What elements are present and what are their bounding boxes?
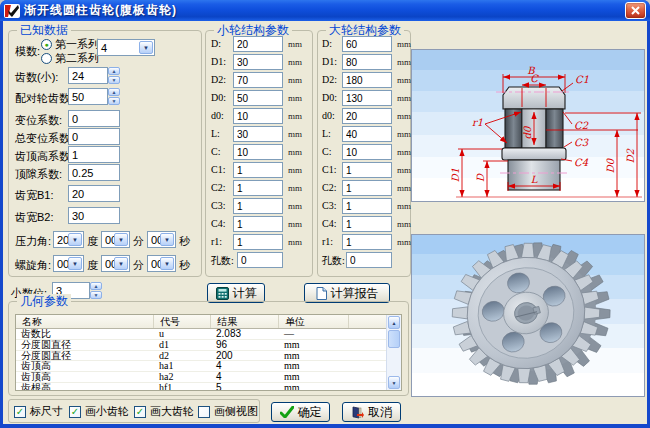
large-D1-input[interactable] [342, 54, 392, 70]
scroll-up-icon[interactable]: ▲ [388, 316, 400, 329]
field-label: 齿宽B2: [15, 210, 54, 225]
table-scrollbar[interactable]: ▲ ▼ [386, 315, 401, 390]
table-row[interactable]: 齿数比u2.083— [16, 329, 401, 340]
table-row[interactable]: 分度圆直径d2200mm [16, 351, 401, 362]
mate-teeth-input[interactable] [68, 88, 108, 105]
small-D0-input[interactable] [233, 90, 283, 106]
param-row: 孔数: [318, 252, 410, 268]
small-C3-input[interactable] [233, 198, 283, 214]
large-L-input[interactable] [342, 126, 392, 142]
small-d0-input[interactable] [233, 108, 283, 124]
calc-report-button[interactable]: 计算报告 [304, 283, 390, 303]
deg-unit: 度 [87, 258, 98, 273]
checkbox-side-view[interactable]: 画侧视图 [198, 404, 258, 419]
large-holes-input[interactable] [346, 252, 392, 268]
exit-door-icon [351, 406, 364, 419]
col-result: 结果 [211, 315, 279, 328]
spin-down-icon: ▼ [108, 76, 120, 84]
total-shift-coef-input[interactable] [68, 128, 120, 145]
teeth-count-input[interactable] [68, 67, 108, 84]
chevron-down-icon[interactable]: ▼ [139, 41, 153, 54]
param-row: L:mm [206, 126, 312, 142]
pressure-min-select[interactable]: 00▼ [101, 231, 130, 248]
scroll-down-icon[interactable]: ▼ [388, 376, 400, 389]
field-label: 总变位系数: [15, 131, 73, 146]
param-row: C4:mm [206, 216, 312, 232]
large-D2-input[interactable] [342, 72, 392, 88]
small-D-input[interactable] [233, 36, 283, 52]
small-D2-input[interactable] [233, 72, 283, 88]
checkbox-draw-small[interactable]: ✓画小齿轮 [69, 404, 129, 419]
small-C-input[interactable] [233, 144, 283, 160]
module-select[interactable]: 4 ▼ [97, 39, 155, 56]
small-holes-input[interactable] [237, 252, 283, 268]
large-C3-input[interactable] [342, 198, 392, 214]
calculate-button[interactable]: 计算 [207, 283, 265, 303]
small-C1-input[interactable] [233, 162, 283, 178]
group-title: 已知数据 [17, 23, 71, 37]
min-unit: 分 [133, 234, 144, 249]
field-label: 齿数(小): [15, 70, 58, 85]
addendum-coef-input[interactable] [68, 146, 120, 163]
group-geometry-params: 几何参数 名称 代号 结果 单位 齿数比u2.083— 分度圆直径d196mm … [8, 301, 409, 396]
radio-series-2[interactable]: 第二系列 [41, 51, 99, 66]
close-button[interactable] [625, 2, 646, 19]
svg-text:d0: d0 [522, 125, 533, 139]
spin-up-icon: ▲ [108, 67, 120, 75]
svg-text:L: L [531, 174, 538, 185]
large-C2-input[interactable] [342, 180, 392, 196]
param-row: D2:mm [318, 72, 410, 88]
large-C1-input[interactable] [342, 162, 392, 178]
scroll-thumb[interactable] [388, 330, 400, 348]
mate-teeth-stepper[interactable]: ▲▼ [108, 88, 120, 105]
checkbox-mark-dims[interactable]: ✓标尺寸 [14, 404, 63, 419]
radio-series-1[interactable]: ● 第一系列 [41, 37, 99, 52]
svg-text:D0: D0 [605, 157, 616, 173]
small-D1-input[interactable] [233, 54, 283, 70]
large-D-input[interactable] [342, 36, 392, 52]
large-C-input[interactable] [342, 144, 392, 160]
ok-button[interactable]: 确定 [271, 402, 330, 422]
svg-text:D2: D2 [625, 148, 636, 163]
chevron-down-icon: ▼ [68, 257, 82, 270]
helix-min-select[interactable]: 00▼ [101, 255, 130, 272]
module-label: 模数: [15, 44, 40, 59]
clearance-coef-input[interactable] [68, 164, 120, 181]
width-b2-input[interactable] [68, 207, 120, 224]
table-row[interactable]: 齿根高hf15mm [16, 383, 401, 391]
col-symbol: 代号 [154, 315, 211, 328]
field-label: 齿顶高系数: [15, 149, 73, 164]
small-L-input[interactable] [233, 126, 283, 142]
check-icon [280, 406, 294, 418]
pressure-sec-select[interactable]: 00▼ [147, 231, 176, 248]
teeth-count-stepper[interactable]: ▲▼ [108, 67, 120, 84]
checkbox-draw-large[interactable]: ✓画大齿轮 [134, 404, 194, 419]
large-D0-input[interactable] [342, 90, 392, 106]
small-C2-input[interactable] [233, 180, 283, 196]
table-row[interactable]: 分度圆直径d196mm [16, 340, 401, 351]
decimals-stepper[interactable]: ▲▼ [90, 282, 102, 299]
table-row[interactable]: 齿顶高ha14mm [16, 361, 401, 372]
param-row: D0:mm [318, 90, 410, 106]
group-draw-options: ✓标尺寸 ✓画小齿轮 ✓画大齿轮 画侧视图 [8, 399, 260, 423]
param-row: r1:mm [206, 234, 312, 250]
helix-deg-select[interactable]: 00▼ [53, 255, 84, 272]
table-row[interactable]: 齿顶高ha24mm [16, 372, 401, 383]
titlebar[interactable]: 渐开线圆柱齿轮(腹板齿轮) [0, 0, 650, 21]
pressure-deg-select[interactable]: 20▼ [53, 231, 84, 248]
gear-3d-preview [411, 234, 645, 397]
spin-up-icon: ▲ [108, 88, 120, 96]
large-d0-input[interactable] [342, 108, 392, 124]
pressure-angle-label: 压力角: [15, 234, 51, 249]
helix-sec-select[interactable]: 00▼ [147, 255, 176, 272]
large-C4-input[interactable] [342, 216, 392, 232]
param-row: 孔数: [206, 252, 312, 268]
group-large-gear-params: 大轮结构参数 D:mm D1:mm D2:mm D0:mm d0:mm L:mm… [317, 30, 411, 277]
small-r1-input[interactable] [233, 234, 283, 250]
small-C4-input[interactable] [233, 216, 283, 232]
cancel-button[interactable]: 取消 [342, 402, 401, 422]
large-r1-input[interactable] [342, 234, 392, 250]
window-title: 渐开线圆柱齿轮(腹板齿轮) [24, 2, 177, 19]
width-b1-input[interactable] [68, 185, 120, 202]
shift-coef-input[interactable] [68, 110, 120, 127]
